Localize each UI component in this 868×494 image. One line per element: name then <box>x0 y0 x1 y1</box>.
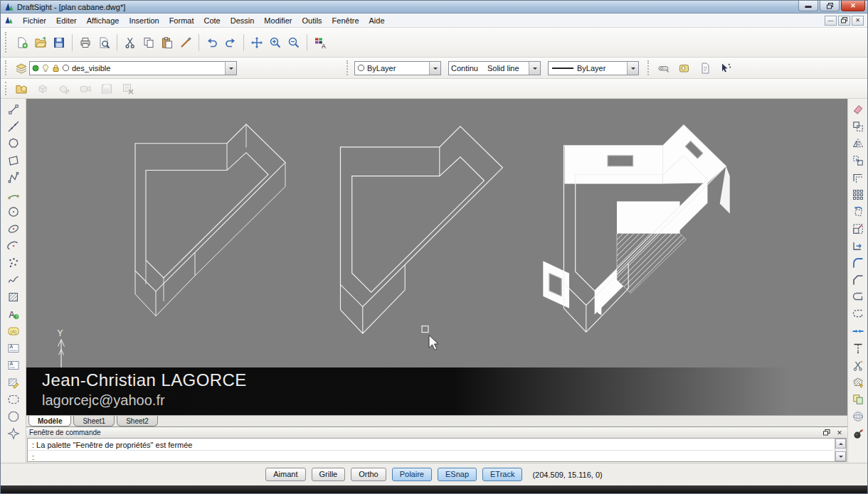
simple-note-icon[interactable]: A <box>6 341 21 355</box>
toolbar-grip[interactable] <box>5 82 9 95</box>
menu-editer[interactable]: Editer <box>51 14 82 27</box>
toggle-ortho[interactable]: Ortho <box>351 468 386 481</box>
toolbar-grip[interactable] <box>346 60 350 75</box>
polygon-icon[interactable] <box>6 136 21 151</box>
move-to-layer-icon[interactable] <box>851 239 865 253</box>
print-preview-icon[interactable] <box>95 33 113 52</box>
close-button[interactable]: ✕ <box>841 1 865 11</box>
explode-icon[interactable] <box>851 426 865 441</box>
fillet-icon[interactable] <box>851 256 865 270</box>
layer-combo[interactable]: des_visible <box>29 61 237 75</box>
construction-line-icon[interactable] <box>6 119 21 134</box>
model-wireframe[interactable] <box>135 124 285 316</box>
menu-affichage[interactable]: Affichage <box>82 14 125 27</box>
scale-icon[interactable] <box>851 222 865 236</box>
arc-3point-icon[interactable] <box>6 188 21 202</box>
rectangle-icon[interactable] <box>6 154 21 168</box>
toggle-etrack[interactable]: ETrack <box>482 468 522 481</box>
mdi-minimize-button[interactable]: — <box>825 16 837 26</box>
drawing-canvas[interactable]: Y Jean-Christian LAGORCE lagorcejc@yahoo… <box>26 99 847 415</box>
menu-fichier[interactable]: Fichier <box>18 14 51 27</box>
minimize-button[interactable]: ▬ <box>798 1 818 11</box>
mdi-restore-button[interactable] <box>838 16 850 26</box>
tab-sheet2[interactable]: Sheet2 <box>117 416 158 426</box>
scroll-up-icon[interactable] <box>835 439 846 449</box>
copy-layer-icon[interactable] <box>851 392 865 407</box>
line-icon[interactable] <box>6 102 21 117</box>
pattern-icon[interactable] <box>851 188 865 202</box>
note-icon[interactable]: (A) <box>6 324 21 338</box>
scroll-down-icon[interactable] <box>835 451 846 461</box>
toggle-polaire[interactable]: Polaire <box>392 468 432 481</box>
spline-icon[interactable] <box>6 273 21 287</box>
sheet-icon[interactable] <box>697 60 713 76</box>
toolbar-grip[interactable] <box>647 60 651 75</box>
star-4-icon[interactable] <box>6 426 21 441</box>
toggle-esnap[interactable]: ESnap <box>438 468 477 481</box>
linestyle-combo-arrow[interactable] <box>529 62 540 75</box>
point-multiple-icon[interactable] <box>6 256 21 270</box>
split-icon[interactable] <box>851 358 865 372</box>
undo-icon[interactable] <box>203 33 221 52</box>
zoom-in-icon[interactable] <box>266 33 285 52</box>
menu-outils[interactable]: Outils <box>297 14 327 27</box>
chamfer-icon[interactable] <box>851 273 865 287</box>
pointer-settings-icon[interactable] <box>717 60 734 76</box>
tab-modle[interactable]: Modèle <box>28 416 71 426</box>
color-combo-arrow[interactable] <box>429 62 440 75</box>
delete-icon[interactable] <box>851 102 865 117</box>
layers-manager-icon[interactable] <box>13 60 29 76</box>
hatch-edit-icon[interactable] <box>6 375 21 390</box>
menu-fentre[interactable]: Fenêtre <box>327 14 364 27</box>
redo-icon[interactable] <box>221 33 240 52</box>
toolbar-grip[interactable] <box>5 32 9 53</box>
command-input-area[interactable]: : La palette "Fenêtre de propriétés" est… <box>27 438 847 462</box>
circle-icon[interactable] <box>6 205 21 219</box>
zoom-out-icon[interactable] <box>285 33 303 52</box>
restore-button[interactable] <box>820 1 840 11</box>
toggle-grille[interactable]: Grille <box>312 468 346 481</box>
ellipse-arc-icon[interactable] <box>6 239 21 253</box>
polyline-icon[interactable] <box>6 171 21 185</box>
close-shape-icon[interactable] <box>851 290 865 304</box>
lengthen-icon[interactable] <box>851 341 865 355</box>
rotate-icon[interactable] <box>851 205 865 219</box>
model-hidden-lines[interactable] <box>340 127 502 333</box>
mirror-icon[interactable] <box>851 136 865 151</box>
move-icon[interactable] <box>851 154 865 168</box>
paste-icon[interactable] <box>158 33 176 52</box>
save-file-icon[interactable] <box>50 33 68 52</box>
layer-combo-arrow[interactable] <box>225 62 236 75</box>
close-shape-gap-icon[interactable] <box>851 307 865 321</box>
menu-aide[interactable]: Aide <box>364 14 390 27</box>
tab-sheet1[interactable]: Sheet1 <box>73 416 115 426</box>
menu-cote[interactable]: Cote <box>199 14 225 27</box>
menu-format[interactable]: Format <box>164 14 199 27</box>
print-icon[interactable] <box>76 33 95 52</box>
qu*ick-input-icon[interactable] <box>655 60 672 76</box>
sphere-icon[interactable] <box>851 409 865 424</box>
copy-icon[interactable] <box>139 33 158 52</box>
linestyle-combo[interactable]: Continu Solid line <box>448 61 541 75</box>
hatch-icon[interactable] <box>6 290 21 304</box>
menu-dessin[interactable]: Dessin <box>226 14 260 27</box>
offset-icon[interactable] <box>851 171 865 185</box>
copy-entity-icon[interactable] <box>851 119 865 134</box>
command-scrollbar[interactable] <box>835 439 846 461</box>
command-window-close-button[interactable]: ✕ <box>835 429 845 437</box>
menu-modifier[interactable]: Modifier <box>259 14 297 27</box>
command-window-float-button[interactable] <box>822 429 832 437</box>
toggle-aimant[interactable]: Aimant <box>265 468 305 481</box>
simple-note-2-icon[interactable]: A <box>6 358 21 372</box>
octagon-icon[interactable] <box>6 409 21 424</box>
color-combo[interactable]: ByLayer <box>354 61 441 75</box>
lineweight-combo[interactable]: ByLayer <box>548 61 639 75</box>
component-icon[interactable] <box>13 80 29 97</box>
smart-note-icon[interactable]: A? <box>6 307 21 321</box>
stretch-icon[interactable] <box>851 324 865 338</box>
model-shaded[interactable] <box>543 125 729 332</box>
pan-icon[interactable] <box>248 33 266 52</box>
swatch-icon[interactable] <box>676 60 692 76</box>
cut-icon[interactable] <box>121 33 139 52</box>
mdi-close-button[interactable]: ✕ <box>852 16 864 26</box>
